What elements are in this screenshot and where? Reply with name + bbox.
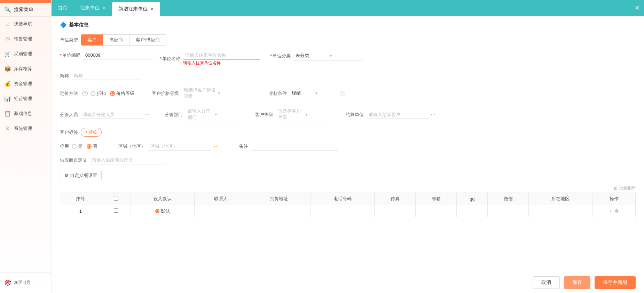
supplier-custom-input[interactable] (90, 156, 166, 164)
abbreviation-row: 简称 (60, 72, 636, 80)
manager-input[interactable] (81, 111, 143, 119)
unit-name-input[interactable] (183, 51, 260, 59)
save-new-button[interactable]: 保存并新增 (595, 276, 636, 289)
unit-name-error: 请输入往来单位名称 (183, 60, 260, 66)
sidebar-item-system[interactable]: ⚙ 系统管理 (0, 121, 51, 136)
cell-email (416, 205, 457, 217)
sidebar-item-quick-nav[interactable]: ⌂ 快捷导航 (0, 17, 51, 31)
sidebar-item-label: 采购管理 (14, 51, 32, 57)
notes-input[interactable] (251, 142, 338, 150)
unit-name-input-stack: 请输入往来单位名称 (183, 51, 260, 66)
payment-help-icon[interactable]: ? (340, 91, 345, 96)
radio-disabled-no[interactable]: 否 (87, 143, 97, 149)
unit-btn-both[interactable]: 客户/供应商 (129, 34, 166, 46)
col-fax: 传真 (375, 193, 416, 205)
purchase-icon: 🛒 (4, 50, 11, 57)
col-check (101, 193, 131, 205)
col-default: 设为默认 (131, 193, 195, 205)
disabled-label: 停用 (60, 143, 69, 149)
radio-discount[interactable]: 折扣 (91, 90, 106, 97)
search-icon: 🔍 (4, 6, 11, 13)
manager-more-icon[interactable]: ··· (143, 112, 151, 118)
department-select[interactable]: 请输入分管部门 ▼ (186, 107, 241, 122)
customer-level-field: 客户等级 请选择客户等级 ▼ (255, 107, 332, 122)
radio-disabled-yes[interactable]: 是 (72, 143, 83, 149)
section-basic-info: 🔷 基本信息 (60, 22, 636, 28)
sidebar-item-guide[interactable]: 🎯 新手引导 (0, 275, 51, 290)
unit-code-input[interactable] (83, 51, 153, 59)
select-all-checkbox[interactable] (114, 196, 118, 201)
unit-category-select[interactable]: 未分类 ▼ (293, 51, 363, 60)
sidebar-item-sales[interactable]: ◎ 销售管理 (0, 31, 51, 46)
unit-category-label: 单位分类 (273, 53, 291, 59)
unit-type-row: 单位类型 客户 供应商 客户/供应商 (60, 34, 636, 46)
abbreviation-input[interactable] (72, 72, 141, 80)
sidebar-item-label: 快捷导航 (14, 21, 32, 27)
customer-level-placeholder: 请选择客户等级 (278, 108, 303, 121)
cell-check (101, 205, 131, 217)
cancel-button[interactable]: 取消 (533, 276, 560, 289)
add-row-icon[interactable]: + (609, 209, 612, 214)
unit-btn-customer[interactable]: 客户 (81, 34, 103, 46)
window-close-button[interactable]: ✕ (635, 4, 640, 12)
sidebar-search[interactable]: 🔍 搜索菜单 (0, 3, 51, 17)
tab-new-partner-close[interactable]: ✕ (150, 7, 154, 11)
col-action: 操作 (592, 193, 636, 205)
pricing-help-icon[interactable]: ? (82, 91, 88, 96)
sidebar-item-base-info[interactable]: 📋 基础信息 (0, 106, 51, 121)
delete-row-icon[interactable]: 🗑 (614, 209, 619, 214)
col-wechat: 微信 (488, 193, 529, 205)
cell-default: 默认 (131, 205, 195, 217)
customer-price-level-select[interactable]: 请选择客户价格等级 ▼ (182, 86, 251, 101)
notes-field: 备注 (239, 142, 338, 150)
customer-level-label: 客户等级 (255, 112, 273, 118)
settlement-more-icon[interactable]: ··· (429, 112, 437, 118)
col-phone: 电话号码 (311, 193, 375, 205)
radio-no-label: 否 (93, 143, 97, 149)
radio-price-level[interactable]: 价格等级 (110, 90, 134, 97)
default-radio[interactable] (155, 209, 159, 213)
tab-home[interactable]: 首页 (52, 0, 74, 16)
customer-tag-label: 客户标签 (60, 129, 78, 136)
sidebar-item-purchase[interactable]: 🛒 采购管理 (0, 46, 51, 61)
col-contact: 联系人 (195, 193, 247, 205)
settlement-unit-field: 结算单位 ··· (346, 111, 437, 119)
add-tag-button[interactable]: + 标签 (81, 128, 102, 137)
batch-delete-label[interactable]: 批量删除 (619, 185, 636, 191)
operations-icon: 📊 (4, 95, 11, 102)
required-star-category: * (270, 53, 272, 58)
payment-condition-label: 收款条件 (269, 90, 287, 97)
sidebar-item-operations[interactable]: 📊 经营管理 (0, 91, 51, 106)
region-more-icon[interactable]: ··· (211, 143, 218, 149)
sidebar-item-inventory[interactable]: 📦 库存核算 (0, 61, 51, 76)
footer: 取消 保存 保存并新增 (52, 272, 644, 293)
unit-type-label: 单位类型 (60, 37, 78, 43)
custom-settings-button[interactable]: ⚙ 自定义项设置 (60, 170, 102, 181)
col-qq: qq (457, 193, 488, 205)
customer-level-dropdown-arrow: ▼ (305, 113, 330, 116)
payment-condition-select[interactable]: 现结 ▼ (290, 89, 338, 98)
row-checkbox[interactable] (114, 208, 118, 213)
notes-label: 备注 (239, 143, 248, 149)
price-level-dropdown-arrow: ▼ (217, 91, 249, 95)
unit-code-label: 单位编码 (62, 52, 80, 58)
region-field: 区域（地区） ··· (118, 142, 218, 150)
region-input[interactable] (148, 142, 211, 150)
section-icon: 🔷 (60, 22, 67, 28)
settlement-unit-label: 结算单位 (346, 112, 364, 118)
region-label: 区域（地区） (118, 143, 146, 149)
tab-partners-close[interactable]: ✕ (102, 6, 106, 10)
customer-level-select[interactable]: 请选择客户等级 ▼ (276, 107, 332, 122)
save-button[interactable]: 保存 (564, 276, 590, 289)
col-seq: 序号 (60, 193, 101, 205)
required-star-code: * (60, 53, 62, 58)
unit-btn-supplier[interactable]: 供应商 (103, 34, 129, 46)
sidebar-item-label: 系统管理 (14, 125, 32, 132)
tab-partners[interactable]: 往来单位 ✕ (74, 0, 112, 16)
settlement-unit-input[interactable] (367, 111, 429, 119)
sidebar-item-finance[interactable]: 💰 资金管理 (0, 76, 51, 91)
disabled-field: 停用 是 否 (60, 143, 97, 149)
tab-partners-label: 往来单位 (80, 5, 100, 11)
payment-dropdown-arrow: ▼ (315, 91, 336, 95)
tab-new-partner[interactable]: 新增往来单位 ✕ (112, 2, 160, 16)
